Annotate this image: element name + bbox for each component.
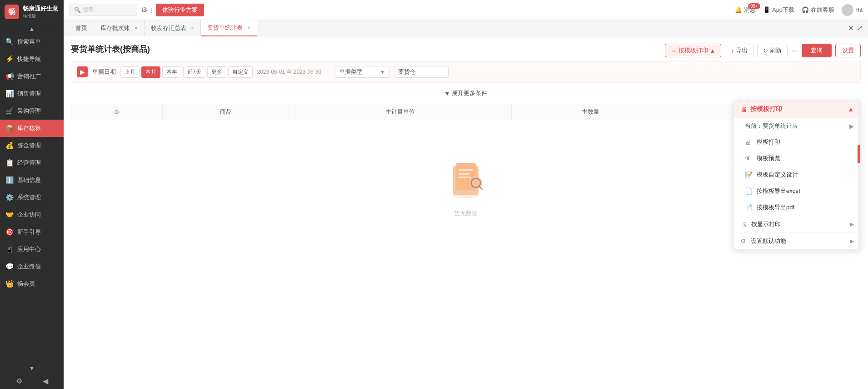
topbar-search[interactable]: 🔍 搜索 (69, 4, 137, 16)
headset-icon: 🎧 (802, 6, 809, 13)
col-unit: 主计量单位 (289, 104, 512, 120)
finance-icon: 💰 (5, 141, 14, 150)
expand-icon: ▼ (444, 90, 450, 97)
sidebar-item-member[interactable]: 👑 畅会员 (0, 275, 64, 293)
sidebar-item-finance[interactable]: 💰 资金管理 (0, 137, 64, 154)
dropdown-printer-icon: 🖨 (740, 106, 747, 113)
sidebar-scroll-up[interactable]: ▲ (0, 24, 64, 33)
sidebar-item-search[interactable]: 🔍 搜索菜单 (0, 33, 64, 51)
template-print-icon: 🖨 (745, 138, 752, 146)
table-gear-icon[interactable]: ⚙ (114, 109, 120, 116)
enterprise-icon: 🤝 (5, 211, 14, 219)
tab-order-close[interactable]: × (247, 25, 250, 31)
topbar-gear-icon[interactable]: ⚙ (141, 5, 147, 14)
custom-btn[interactable]: 自定义 (228, 66, 253, 78)
sidebar-item-guide[interactable]: 🎯 新手引导 (0, 223, 64, 241)
sidebar-footer: ⚙ ◀ (0, 373, 64, 389)
dropdown-item-template-custom[interactable]: 📝 模板自定义设计 (734, 167, 860, 183)
expand-more-btn[interactable]: ▼ 展开更多条件 (441, 87, 491, 99)
sidebar-collapse-icon[interactable]: ◀ (43, 377, 48, 385)
trial-button[interactable]: 体验行业方案 (156, 4, 204, 16)
window-expand-icon[interactable]: ⤢ (857, 24, 863, 32)
filter-expand-arrow[interactable]: ▶ (77, 66, 88, 77)
prev-month-btn[interactable]: 上月 (120, 66, 140, 78)
current-template-label: 当前：要货单统计表 (745, 122, 798, 130)
tab-order-stats[interactable]: 要货单统计表 × (201, 20, 257, 36)
export-pdf-icon: 📄 (745, 204, 752, 211)
export-excel-label: 按模板导出excel (757, 187, 800, 195)
dropdown-item-template-print[interactable]: 🖨 模板打印 (734, 134, 860, 150)
current-year-btn[interactable]: 本年 (162, 66, 181, 78)
more-options-btn[interactable]: ··· (791, 46, 798, 56)
app-download-btn[interactable]: 📱 App下载 (763, 6, 794, 14)
dropdown-default-function[interactable]: ⚙ 设置默认功能 ▶ (734, 232, 860, 249)
dropdown-item-template-preview[interactable]: 👁 模板预览 (734, 150, 860, 167)
current-month-btn[interactable]: 本月 (141, 66, 160, 78)
dropdown-item-export-excel[interactable]: 📄 按模板导出excel (734, 183, 860, 199)
sidebar-item-app-center[interactable]: 📱 应用中心 (0, 241, 64, 258)
main-area: 🔍 搜索 ⚙ | 体验行业方案 🔔 消息 99+ 📱 App下载 🎧 在线客服 … (64, 0, 868, 389)
sidebar-item-basic[interactable]: ℹ️ 基础信息 (0, 172, 64, 189)
export-btn[interactable]: ↑ 导出 (725, 44, 753, 57)
logo-text: 畅康通好生意 标准版 (23, 5, 58, 19)
col-gear[interactable]: ⚙ (71, 104, 163, 120)
settings-btn[interactable]: 设置 (835, 44, 861, 57)
tab-batch-close[interactable]: × (135, 25, 138, 31)
sidebar-item-label: 基础信息 (17, 176, 41, 184)
goods-warehouse-select[interactable]: 要货仓 (394, 66, 449, 78)
sidebar-item-label: 库存核算 (17, 124, 41, 132)
goods-category-label: 要货仓 (398, 68, 416, 76)
sidebar-item-label: 搜索菜单 (17, 38, 41, 46)
date-filter-buttons: 上月 本月 本年 近7天 更多 自定义 (120, 66, 253, 78)
dropdown-header[interactable]: 🖨 按模板打印 ▲ (734, 101, 860, 118)
sidebar-settings-icon[interactable]: ⚙ (16, 377, 22, 385)
refresh-btn[interactable]: ↻ 刷新 (757, 44, 788, 57)
basic-icon: ℹ️ (5, 176, 14, 184)
tab-collection-close[interactable]: × (191, 25, 194, 31)
user-avatar[interactable]: Rit (842, 4, 863, 16)
sidebar-item-enterprise[interactable]: 🤝 企业协同 (0, 206, 64, 223)
dropdown-close-btn[interactable]: ▲ (848, 106, 854, 113)
dropdown-current-template[interactable]: 当前：要货单统计表 ▶ (734, 118, 860, 134)
dropdown-item-export-pdf[interactable]: 📄 按模板导出pdf (734, 199, 860, 216)
sidebar-item-label: 畅会员 (17, 280, 35, 288)
sidebar-item-wecom[interactable]: 💬 企业微信 (0, 258, 64, 275)
order-type-label: 单据类型 (339, 68, 363, 76)
online-service-btn[interactable]: 🎧 在线客服 (802, 6, 834, 14)
messages-btn[interactable]: 🔔 消息 99+ (735, 6, 756, 14)
avatar-image (842, 4, 853, 16)
sidebar-item-marketing[interactable]: 📢 营销推广 (0, 68, 64, 85)
topbar-right: 🔔 消息 99+ 📱 App下载 🎧 在线客服 Rit (735, 4, 863, 16)
sidebar-item-label: 新手引导 (17, 228, 41, 236)
sidebar-item-label: 营销推广 (17, 72, 41, 81)
operations-icon: 📋 (5, 159, 14, 167)
dropdown-display-print[interactable]: 🖨 按显示打印 ▶ (734, 216, 860, 232)
last7days-btn[interactable]: 近7天 (183, 66, 205, 78)
tab-window-buttons: ✕ ⤢ (848, 24, 863, 32)
query-btn[interactable]: 查询 (802, 44, 832, 57)
dropdown-scrollbar-thumb[interactable] (858, 145, 860, 163)
sidebar-item-operations[interactable]: 📋 经营管理 (0, 154, 64, 172)
empty-text: 暂无数据 (454, 209, 478, 217)
template-custom-icon: 📝 (745, 171, 752, 178)
current-chevron-icon: ▶ (849, 123, 854, 130)
date-filter-label: 单据日期 (92, 68, 116, 76)
print-template-btn[interactable]: 🖨 按模板打印 ▲ (665, 44, 722, 57)
sidebar-scroll-down[interactable]: ▼ (0, 364, 64, 373)
sidebar-item-label: 采购管理 (17, 107, 41, 115)
sidebar-item-quick-nav[interactable]: ⚡ 快捷导航 (0, 51, 64, 68)
sidebar-item-label: 企业微信 (17, 263, 41, 271)
tab-batch-accounts[interactable]: 库存批次账 × (94, 20, 145, 36)
window-close-icon[interactable]: ✕ (848, 24, 854, 32)
sidebar-item-system[interactable]: ⚙️ 系统管理 (0, 189, 64, 206)
tab-collection-summary[interactable]: 收发存汇总表 × (145, 20, 201, 36)
sidebar-item-inventory[interactable]: 📦 库存核算 (0, 120, 64, 137)
sidebar-item-label: 销售管理 (17, 90, 41, 98)
sidebar-item-purchase[interactable]: 🛒 采购管理 (0, 102, 64, 120)
template-preview-icon: 👁 (745, 155, 752, 162)
order-type-select[interactable]: 单据类型 ▼ (335, 66, 389, 78)
sidebar-item-sales[interactable]: 📊 销售管理 (0, 85, 64, 102)
more-btn[interactable]: 更多 (207, 66, 226, 78)
toolbar-actions: 🖨 按模板打印 ▲ ↑ 导出 ↻ 刷新 ··· 查询 设置 (665, 44, 861, 57)
tab-home[interactable]: 首页 (69, 20, 94, 36)
